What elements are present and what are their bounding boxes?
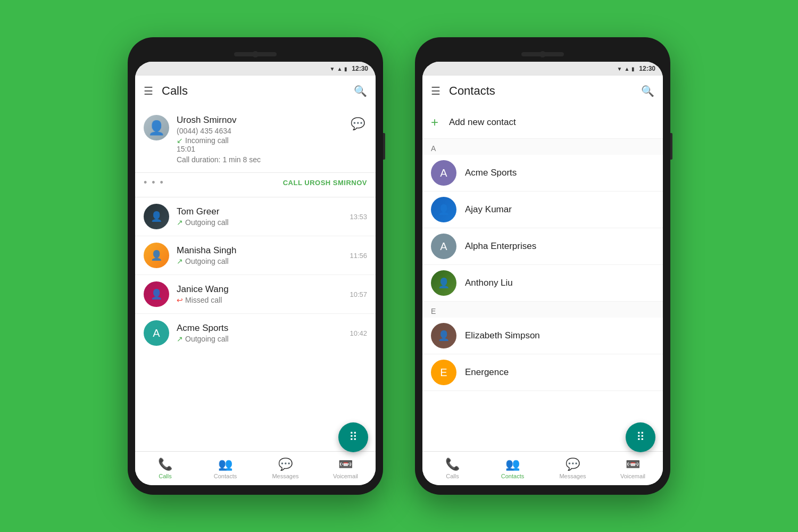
janice-missed-icon: ↩	[177, 296, 183, 304]
contacts-nav-label: Contacts	[214, 473, 237, 479]
section-header-e: E	[422, 302, 663, 318]
janice-time: 10:57	[350, 290, 367, 298]
manisha-call-info: Manisha Singh ↗ Outgoing call	[177, 245, 342, 265]
janice-name: Janice Wang	[177, 284, 342, 295]
signal-icon-2: ▲	[624, 66, 629, 72]
acme-call-right: 10:42	[350, 329, 367, 337]
urosh-call-type: ↙ Incoming call	[177, 136, 341, 145]
manisha-avatar-icon: 👤	[151, 250, 162, 261]
status-icons-2: ▼ ▲ ▮ 12:30	[617, 65, 655, 72]
contacts-contacts-nav-label: Contacts	[501, 473, 524, 479]
ajay-contact-avatar: 👤	[431, 197, 456, 222]
energence-contact-name: Energence	[465, 367, 509, 378]
phone-2: ▼ ▲ ▮ 12:30 ☰ Contacts 🔍 + Add new conta…	[415, 37, 670, 495]
contacts-calls-nav-label: Calls	[446, 473, 459, 479]
avatar-icon: 👤	[148, 120, 165, 136]
contacts-nav-voicemail[interactable]: 📼 Voicemail	[603, 452, 663, 485]
nav-messages[interactable]: 💬 Messages	[255, 452, 315, 485]
contacts-nav-messages[interactable]: 💬 Messages	[543, 452, 603, 485]
expanded-call-info: Urosh Smirnov (0044) 435 4634 ↙ Incoming…	[177, 115, 341, 164]
tom-time: 13:53	[350, 213, 367, 221]
contacts-search-icon[interactable]: 🔍	[641, 85, 654, 97]
urosh-type-label: Incoming call	[185, 136, 229, 145]
acme-name: Acme Sports	[177, 323, 342, 334]
tom-call-right: 13:53	[350, 213, 367, 221]
contacts-calls-nav-icon: 📞	[445, 458, 460, 471]
tom-avatar-icon: 👤	[151, 211, 162, 222]
janice-type-label: Missed call	[185, 296, 222, 304]
contacts-nav-icon: 👥	[218, 458, 232, 471]
nav-contacts[interactable]: 👥 Contacts	[195, 452, 255, 485]
expanded-call-item[interactable]: 👤 Urosh Smirnov (0044) 435 4634 ↙ Incomi…	[135, 106, 376, 173]
call-list-item-acme[interactable]: A Acme Sports ↗ Outgoing call 10:42	[135, 314, 376, 352]
messages-nav-icon: 💬	[278, 458, 293, 471]
call-list-item-tom[interactable]: 👤 Tom Greer ↗ Outgoing call 13:53	[135, 197, 376, 236]
bottom-nav-calls: 📞 Calls 👥 Contacts 💬 Messages 📼 Voicemai…	[135, 451, 376, 485]
contacts-nav-contacts[interactable]: 👥 Contacts	[483, 452, 543, 485]
manisha-name: Manisha Singh	[177, 245, 342, 256]
nav-calls[interactable]: 📞 Calls	[135, 452, 195, 485]
acme-call-info: Acme Sports ↗ Outgoing call	[177, 323, 342, 343]
nav-voicemail[interactable]: 📼 Voicemail	[315, 452, 376, 485]
calls-title: Calls	[162, 84, 354, 98]
add-contact-row[interactable]: + Add new contact	[422, 106, 663, 139]
call-urosh-button[interactable]: CALL UROSH SMIRNOV	[283, 179, 367, 187]
phone-2-screen: ▼ ▲ ▮ 12:30 ☰ Contacts 🔍 + Add new conta…	[422, 62, 663, 485]
phone-1-top-bar	[135, 47, 376, 62]
janice-avatar: 👤	[144, 281, 169, 307]
tom-call-type: ↗ Outgoing call	[177, 218, 342, 227]
contacts-dialpad-fab[interactable]: ⠿	[626, 422, 655, 452]
manisha-time: 11:56	[350, 252, 367, 260]
tom-name: Tom Greer	[177, 206, 342, 217]
anthony-contact-avatar: 👤	[431, 270, 456, 296]
ajay-contact-name: Ajay Kumar	[465, 204, 512, 215]
manisha-call-right: 11:56	[350, 252, 367, 260]
contact-anthony-liu[interactable]: 👤 Anthony Liu	[422, 265, 663, 302]
incoming-arrow-icon: ↙	[177, 136, 183, 145]
section-header-a: A	[422, 139, 663, 155]
contact-elizabeth-simpson[interactable]: 👤 Elizabeth Simpson	[422, 318, 663, 354]
urosh-duration: Call duration: 1 min 8 sec	[177, 155, 341, 164]
add-contact-icon: +	[431, 115, 438, 130]
urosh-time: 15:01	[177, 145, 341, 153]
phone-1-side-button	[383, 133, 385, 160]
menu-icon[interactable]: ☰	[144, 85, 153, 97]
phone-2-top-bar	[422, 47, 663, 62]
manisha-type-label: Outgoing call	[185, 257, 229, 265]
contacts-contacts-nav-icon: 👥	[505, 458, 520, 471]
acme-call-type: ↗ Outgoing call	[177, 335, 342, 343]
messages-nav-label: Messages	[272, 473, 298, 479]
expanded-actions: • • • CALL UROSH SMIRNOV	[135, 173, 376, 197]
wifi-icon: ▼	[329, 66, 335, 72]
more-options-button[interactable]: • • •	[144, 177, 164, 188]
contacts-title: Contacts	[449, 84, 641, 98]
contacts-content: + Add new contact A A Acme Sports 👤 Ajay…	[422, 106, 663, 451]
contact-acme-sports[interactable]: A Acme Sports	[422, 155, 663, 192]
contacts-menu-icon[interactable]: ☰	[431, 85, 440, 97]
contact-alpha-enterprises[interactable]: A Alpha Enterprises	[422, 228, 663, 265]
contacts-header: ☰ Contacts 🔍	[422, 76, 663, 106]
alpha-contact-name: Alpha Enterprises	[465, 241, 536, 252]
anthony-contact-name: Anthony Liu	[465, 278, 513, 288]
status-time-2: 12:30	[639, 65, 655, 72]
call-list-item-janice[interactable]: 👤 Janice Wang ↩ Missed call 10:57	[135, 275, 376, 314]
tom-call-info: Tom Greer ↗ Outgoing call	[177, 206, 342, 227]
phone-1: ▼ ▲ ▮ 12:30 ☰ Calls 🔍 👤 Urosh Smirnov (0…	[128, 37, 383, 495]
dialpad-fab[interactable]: ⠿	[338, 422, 368, 452]
urosh-name: Urosh Smirnov	[177, 115, 341, 126]
phone-1-screen: ▼ ▲ ▮ 12:30 ☰ Calls 🔍 👤 Urosh Smirnov (0…	[135, 62, 376, 485]
calls-content: 👤 Urosh Smirnov (0044) 435 4634 ↙ Incomi…	[135, 106, 376, 451]
calls-header: ☰ Calls 🔍	[135, 76, 376, 106]
phone-2-speaker	[521, 52, 564, 56]
contacts-nav-calls[interactable]: 📞 Calls	[422, 452, 483, 485]
acme-avatar: A	[144, 320, 169, 346]
contacts-dialpad-icon: ⠿	[636, 430, 645, 444]
contact-energence[interactable]: E Energence	[422, 354, 663, 391]
message-button[interactable]: 💬	[348, 115, 367, 164]
manisha-avatar: 👤	[144, 243, 169, 268]
urosh-number: (0044) 435 4634	[177, 127, 341, 135]
search-icon[interactable]: 🔍	[354, 85, 367, 97]
status-time: 12:30	[352, 65, 368, 72]
call-list-item-manisha[interactable]: 👤 Manisha Singh ↗ Outgoing call 11:56	[135, 236, 376, 275]
contact-ajay-kumar[interactable]: 👤 Ajay Kumar	[422, 192, 663, 228]
